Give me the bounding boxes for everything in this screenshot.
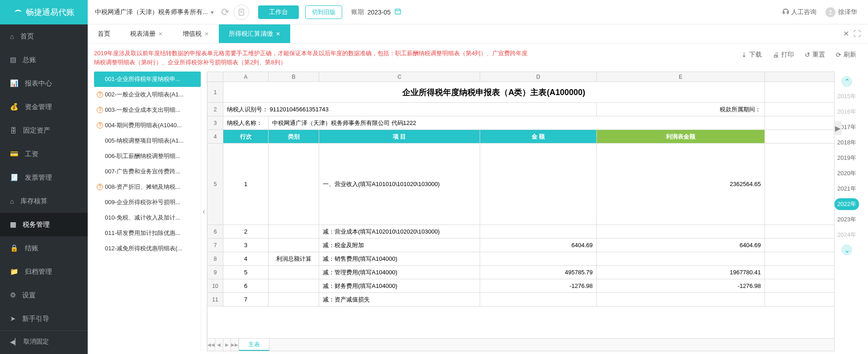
sheet-scroll-right[interactable]: ▶	[834, 121, 842, 135]
col-header[interactable]: A	[223, 72, 269, 81]
refresh-button[interactable]: ⟳ 刷新	[836, 51, 856, 59]
spreadsheet: A B C D E 1企业所得税年度纳税申报表（A类）主表(A100000)2纳…	[207, 72, 835, 351]
warn-icon: ?	[97, 107, 103, 113]
form-list-item[interactable]: 006-职工薪酬纳税调整明细...	[94, 148, 201, 164]
print-button[interactable]: 🖨 打印	[773, 51, 794, 59]
sheet-nav-first[interactable]: ◀◀	[208, 339, 215, 351]
row-number[interactable]: 3	[208, 116, 223, 129]
tab[interactable]: 所得税汇算清缴✕	[219, 24, 290, 43]
form-list-item[interactable]: ?002-一般企业收入明细表(A1...	[94, 87, 201, 102]
year-item[interactable]: 2019年	[835, 152, 859, 164]
sidebar-item[interactable]: 🔒结账	[0, 236, 88, 260]
year-item[interactable]: 2023年	[835, 214, 859, 225]
year-item[interactable]: 2022年	[835, 198, 859, 210]
sidebar-item[interactable]: 🧾发票管理	[0, 166, 88, 189]
sidebar-icon: 📁	[10, 268, 19, 276]
download-button[interactable]: ⇣ 下载	[741, 51, 762, 59]
year-item[interactable]: 2020年	[835, 167, 859, 179]
form-list-item[interactable]: 001-企业所得税年度纳税申...	[94, 72, 201, 87]
switch-old-button[interactable]: 切到旧版	[305, 5, 342, 19]
doc-icon[interactable]	[234, 5, 249, 20]
sheet-nav-prev[interactable]: ◀	[215, 339, 223, 351]
workbench-button[interactable]: 工作台	[258, 5, 299, 19]
period-value[interactable]: 2023-05	[368, 9, 391, 16]
company-selector[interactable]: 中税网通广泽（天津）税务师事务所有...▾	[95, 8, 214, 16]
sheet-corner	[208, 72, 223, 81]
tab-close-icon[interactable]: ✕	[276, 31, 280, 37]
sidebar-icon: 📊	[10, 79, 19, 87]
form-list: 001-企业所得税年度纳税申...?002-一般企业收入明细表(A1...?00…	[94, 72, 201, 351]
row-number[interactable]: 10	[208, 279, 223, 292]
sidebar-icon: ⌂	[10, 197, 14, 205]
refresh-company-icon[interactable]: ⟳	[221, 6, 229, 18]
year-item: 2015年	[835, 91, 859, 102]
row-number[interactable]: 9	[208, 266, 223, 279]
sidebar-item[interactable]: 📊报表中心	[0, 72, 88, 95]
row-number[interactable]: 5	[208, 144, 223, 225]
form-list-item[interactable]: 005-纳税调整项目明细表(A1...	[94, 133, 201, 148]
calendar-icon[interactable]	[394, 8, 401, 17]
warn-icon: ?	[97, 91, 103, 98]
tab[interactable]: 增值税✕	[173, 24, 219, 43]
tab[interactable]: 税表清册✕	[120, 24, 173, 43]
sidebar-icon: 🧾	[10, 173, 19, 182]
sidebar-icon: 💳	[10, 150, 19, 158]
sidebar-item[interactable]: 💳工资	[0, 142, 88, 166]
sidebar-item[interactable]: 🗄固定资产	[0, 119, 88, 142]
row-number[interactable]: 11	[208, 293, 223, 306]
form-list-item[interactable]: 012-减免所得税优惠明细表(...	[94, 241, 201, 256]
year-item[interactable]: 2021年	[835, 183, 859, 195]
user-menu[interactable]: 徐泽华	[826, 7, 857, 17]
col-header[interactable]: C	[319, 72, 480, 81]
form-list-item[interactable]: ?004-期间费用明细表(A1040...	[94, 118, 201, 133]
row-number[interactable]: 8	[208, 252, 223, 265]
sidebar-item[interactable]: 💰资金管理	[0, 95, 88, 119]
reset-button[interactable]: ↺ 重置	[805, 51, 825, 59]
year-item[interactable]: 2018年	[835, 137, 859, 148]
brand-logo: 畅捷通易代账	[0, 0, 88, 24]
chevron-down-icon: ▾	[211, 9, 214, 16]
row-number[interactable]: 6	[208, 225, 223, 238]
scroll-up-icon[interactable]: ⌃	[841, 76, 852, 87]
row-number[interactable]: 1	[208, 82, 223, 102]
sidebar-icon: ⚙	[10, 291, 16, 299]
row-number[interactable]: 7	[208, 239, 223, 252]
form-list-item[interactable]: ?008-资产折旧、摊销及纳税...	[94, 179, 201, 195]
sidebar-icon: 💰	[10, 103, 19, 111]
form-list-item[interactable]: ?003-一般企业成本支出明细...	[94, 102, 201, 118]
col-header[interactable]: E	[597, 72, 765, 81]
sidebar-item[interactable]: ⌂首页	[0, 24, 88, 48]
sidebar: ⌂首页▤总账📊报表中心💰资金管理🗄固定资产💳工资🧾发票管理⌂库存核算▦税务管理🔒…	[0, 24, 88, 354]
unfix-button[interactable]: ◀▏取消固定	[0, 330, 88, 352]
period-label: 账期	[351, 8, 364, 16]
tab-close-icon[interactable]: ✕	[204, 31, 209, 37]
col-header[interactable]: B	[269, 72, 319, 81]
form-list-item[interactable]: 010-免税、减计收入及加计...	[94, 210, 201, 225]
year-item: 2024年	[835, 229, 859, 241]
sheet-nav-last[interactable]: ▶▶	[231, 339, 239, 351]
sidebar-item[interactable]: ➤新手引导	[0, 307, 88, 330]
sidebar-item[interactable]: ⚙设置	[0, 283, 88, 307]
col-header[interactable]: D	[480, 72, 597, 81]
sheet-tab[interactable]: 主表	[239, 339, 269, 351]
sidebar-item[interactable]: ⌂库存核算	[0, 189, 88, 213]
collapse-handle[interactable]: ‹	[201, 72, 207, 351]
sidebar-item[interactable]: ▦税务管理	[0, 213, 88, 236]
fullscreen-icon[interactable]: ⛶	[854, 30, 861, 38]
form-list-item[interactable]: 009-企业所得税弥补亏损明...	[94, 195, 201, 210]
scroll-down-icon[interactable]: ⌄	[841, 244, 852, 255]
sidebar-item[interactable]: 📁归档管理	[0, 260, 88, 283]
row-number[interactable]: 4	[208, 130, 223, 143]
sheet-nav-next[interactable]: ▶	[223, 339, 231, 351]
sidebar-icon: 🔒	[10, 244, 19, 252]
sidebar-icon: ▦	[10, 220, 16, 229]
sidebar-item[interactable]: ▤总账	[0, 48, 88, 72]
row-number[interactable]: 2	[208, 103, 223, 116]
close-tab-icon[interactable]: ✕	[843, 29, 849, 38]
form-list-item[interactable]: 007-广告费和业务宣传费跨...	[94, 164, 201, 179]
tab[interactable]: 首页	[88, 24, 120, 43]
warn-icon: ?	[97, 184, 103, 190]
tab-close-icon[interactable]: ✕	[158, 31, 163, 37]
consult-link[interactable]: 人工咨询	[782, 8, 816, 16]
form-list-item[interactable]: 011-研发费用加计扣除优惠...	[94, 225, 201, 241]
